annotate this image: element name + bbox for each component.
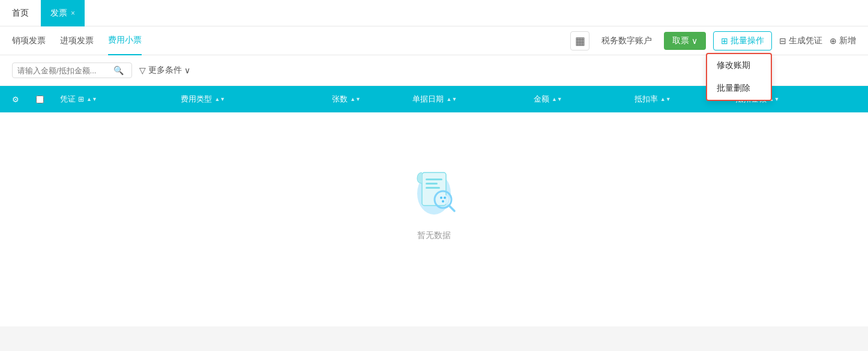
sub-nav: 销项发票 进项发票 费用小票 ▦ 税务数字账户 取票 ∨ ⊞ 批量操作 修改账期… [0,26,868,55]
svg-line-7 [449,206,454,211]
generate-voucher-label: 生成凭证 [789,35,822,46]
qr-code-button[interactable]: ▦ [570,31,589,50]
take-ticket-label: 取票 [672,35,689,46]
search-wrap: 🔍 [12,63,132,78]
sales-invoice-tab[interactable]: 销项发票 [12,26,46,55]
th-expense-type: 费用类型 ▲▼ [181,94,332,105]
batch-op-button[interactable]: ⊞ 批量操作 [713,31,772,50]
home-nav-item[interactable]: 首页 [0,0,41,26]
th-voucher: 凭证 ⊞ ▲▼ [60,94,181,105]
empty-state: 暂无数据 [0,112,868,265]
svg-rect-2 [426,179,442,180]
svg-rect-3 [426,183,438,185]
th-date: 单据日期 ▲▼ [412,94,533,105]
th-expense-sort[interactable]: ▲▼ [214,97,225,101]
svg-point-9 [444,197,446,199]
svg-point-10 [442,200,444,203]
invoice-tab[interactable]: 发票 × [41,0,85,26]
svg-point-8 [440,197,442,199]
purchase-invoice-tab[interactable]: 进项发票 [60,26,94,55]
th-voucher-sort[interactable]: ▲▼ [86,97,97,101]
th-amount-label: 金额 [534,94,549,105]
invoice-tab-close[interactable]: × [71,9,75,17]
svg-point-6 [438,194,448,205]
svg-rect-4 [426,187,440,189]
more-filter-label: 更多条件 [148,65,182,76]
batch-delete-item[interactable]: 批量删除 [707,77,771,100]
th-voucher-icon: ⊞ [78,95,84,103]
th-date-sort[interactable]: ▲▼ [446,97,457,101]
th-count-label: 张数 [332,94,348,105]
th-amount-sort[interactable]: ▲▼ [552,97,562,101]
empty-illustration [404,160,464,221]
select-all-checkbox[interactable] [36,96,44,103]
th-rate-label: 抵扣率 [634,94,658,105]
gear-icon: ⚙ [12,95,19,104]
th-expense-label: 费用类型 [181,94,212,105]
generate-voucher-icon: ⊟ [779,36,786,46]
tax-account-button[interactable]: 税务数字账户 [597,33,657,49]
more-filter-button[interactable]: ▽ 更多条件 ∨ [139,65,190,76]
page-content: ⚙ 凭证 ⊞ ▲▼ 费用类型 ▲▼ 张数 ▲▼ 单据日期 ▲▼ 金额 ▲▼ 抵扣… [0,86,868,326]
more-filter-arrow: ∨ [184,66,190,75]
add-new-icon: ⊕ [830,36,837,46]
th-rate-sort[interactable]: ▲▼ [660,97,671,101]
search-icon: 🔍 [113,66,124,75]
modify-period-item[interactable]: 修改账期 [707,54,771,77]
sub-nav-left: 销项发票 进项发票 费用小票 [12,26,142,55]
generate-voucher-button[interactable]: ⊟ 生成凭证 [779,35,822,46]
th-count-sort[interactable]: ▲▼ [350,97,361,101]
batch-op-icon: ⊞ [721,36,728,46]
batch-op-wrap: ⊞ 批量操作 修改账期 批量删除 [713,31,772,50]
th-settings[interactable]: ⚙ [12,95,36,104]
filter-funnel-icon: ▽ [139,66,146,75]
add-new-button[interactable]: ⊕ 新增 [830,35,856,46]
top-nav: 首页 发票 × [0,0,868,26]
add-new-label: 新增 [839,35,856,46]
th-amount: 金额 ▲▼ [534,94,634,105]
th-checkbox[interactable] [36,96,60,103]
th-count: 张数 ▲▼ [332,94,412,105]
th-voucher-label: 凭证 [60,94,76,105]
take-ticket-button[interactable]: 取票 ∨ [664,32,706,50]
search-input[interactable] [17,66,113,75]
empty-text: 暂无数据 [417,230,451,241]
expense-receipt-tab[interactable]: 费用小票 [108,26,142,55]
sub-nav-right: ▦ 税务数字账户 取票 ∨ ⊞ 批量操作 修改账期 批量删除 ⊟ 生成凭证 ⊕ … [570,31,856,50]
invoice-tab-label: 发票 [50,8,67,19]
batch-dropdown-menu: 修改账期 批量删除 [706,53,772,101]
th-date-label: 单据日期 [412,94,444,105]
take-ticket-arrow: ∨ [692,36,698,46]
batch-op-label: 批量操作 [731,35,764,46]
